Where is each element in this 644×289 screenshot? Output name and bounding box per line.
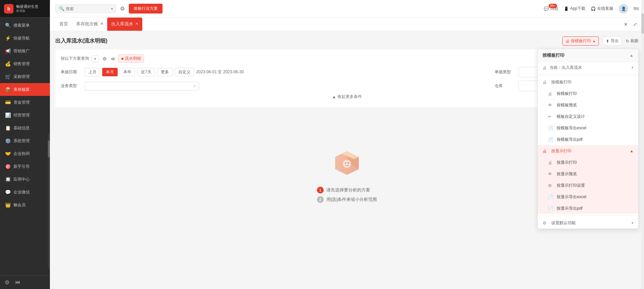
- sidebar-item-label-3: 采购管理: [13, 74, 30, 80]
- template-print-section-header[interactable]: 🖨 按模板打印: [538, 76, 638, 88]
- collapse-sidebar-icon[interactable]: ⏮: [15, 279, 20, 286]
- current-doc-icon: 🖨: [543, 65, 547, 70]
- filter-date-range: 2023-06-01 至 2023-06-30: [196, 69, 244, 75]
- template-export-excel-item[interactable]: 📄 按模板导出excel: [538, 122, 638, 134]
- svg-point-5: [345, 162, 346, 164]
- biz-type-label: 业务类型: [61, 83, 79, 89]
- page-scrollbar[interactable]: [641, 0, 644, 289]
- sidebar-item-label-5: 资金管理: [13, 100, 30, 105]
- apps-icon: 🔲: [5, 176, 11, 182]
- page-actions: 🖨 按模板打印 ▲ ⬆ 导出 ↻ 刷新 按模板打印: [562, 36, 639, 46]
- date-btn-last-month[interactable]: 上月: [85, 68, 100, 76]
- filter-tag-dot: [121, 58, 123, 60]
- topbar-search-box[interactable]: 🔍 ▾: [55, 4, 116, 13]
- display-preview-item[interactable]: 👁 按显示预览: [538, 168, 638, 180]
- display-print-section-header[interactable]: 🖨 按显示打印 ▲: [538, 145, 638, 157]
- tabbar-actions: ✕ ⤢: [622, 21, 639, 28]
- sidebar-item-apps[interactable]: 🔲 应用中心: [0, 173, 50, 186]
- export-icon: ⬆: [606, 39, 609, 44]
- sidebar-item-member[interactable]: 👑 畅会员: [0, 199, 50, 211]
- biz-type-select[interactable]: ▾: [85, 82, 199, 90]
- display-preview-icon: 👁: [548, 171, 554, 177]
- tab-batch-account[interactable]: 库存批次账 ✕: [72, 18, 107, 31]
- set-default-label: 设置默认功能: [551, 220, 629, 226]
- tab-inout-flow[interactable]: 出入库流水 ✕: [107, 18, 142, 31]
- page-scrollbar-thumb[interactable]: [641, 14, 644, 34]
- user-avatar[interactable]: 👤: [619, 4, 628, 14]
- template-print-item[interactable]: 🖨 按模板打印: [538, 88, 638, 99]
- basic-icon: 📋: [5, 125, 11, 131]
- svg-point-6: [348, 162, 349, 164]
- date-btn-this-month[interactable]: 本月: [102, 68, 118, 76]
- topbar-app-download[interactable]: 📱 App下载: [564, 6, 585, 11]
- date-btn-this-year[interactable]: 本年: [120, 68, 135, 76]
- template-export-pdf-item[interactable]: 📄 按模板导出pdf: [538, 134, 638, 145]
- step-2-label: 用[选]条件来缩小分析范围: [326, 196, 377, 203]
- sidebar-item-search[interactable]: 🔍 搜索菜单: [0, 19, 50, 32]
- sidebar-item-operations[interactable]: 📊 经营管理: [0, 109, 50, 122]
- sidebar-item-basic[interactable]: 📋 基础信息: [0, 122, 50, 134]
- print-template-label: 按模板打印: [571, 38, 591, 44]
- sidebar-item-inventory[interactable]: 📦 库存核算: [0, 83, 50, 96]
- page-title: 出入库流水(流水明细): [55, 37, 108, 45]
- display-preview-label: 按显示预览: [557, 171, 577, 177]
- tab-batch-account-close[interactable]: ✕: [100, 22, 103, 26]
- date-btn-custom[interactable]: 自定义: [175, 68, 194, 76]
- filter-add-btn[interactable]: +: [92, 55, 98, 62]
- sidebar-item-label-2: 销售管理: [13, 61, 30, 67]
- set-default-section-header[interactable]: ⚙ 设置默认功能 ▾: [538, 217, 638, 229]
- system-icon: ⚙️: [5, 138, 11, 144]
- tab-home[interactable]: 首页: [55, 18, 72, 31]
- topbar-settings-icon[interactable]: ⚙: [120, 5, 125, 12]
- quick-nav-icon: ⚡: [5, 35, 11, 41]
- filter-collapse-icon[interactable]: ≪: [111, 56, 116, 61]
- refresh-label: 刷新: [631, 38, 639, 44]
- sidebar-item-finance[interactable]: 💳 资金管理: [0, 96, 50, 109]
- dropdown-current-section[interactable]: 🖨 当前：出入库流水 ▾: [538, 62, 638, 73]
- display-export-excel-icon: 📄: [548, 194, 554, 200]
- sidebar-item-marketing[interactable]: 📢 营销推广: [0, 45, 50, 57]
- step-2-number: 2: [317, 196, 324, 203]
- display-export-pdf-item[interactable]: 📄 按显示导出pdf: [538, 203, 638, 214]
- filter-title: 按以下方案查询: [61, 56, 89, 61]
- date-btn-7days[interactable]: 近7天: [137, 68, 155, 76]
- tab-home-label: 首页: [59, 21, 68, 27]
- sidebar-nav: 🔍 搜索菜单 ⚡ 快捷导航 📢 营销推广 💰 销售管理 🛒 采购管理 📦 库存核…: [0, 18, 50, 275]
- search-magnifier-icon: 🔍: [59, 6, 64, 11]
- dropdown-chevron-up-icon[interactable]: ▲: [630, 53, 634, 58]
- template-print-label: 按模板打印: [557, 91, 577, 97]
- sidebar-item-guide[interactable]: 🎯 新手引导: [0, 160, 50, 173]
- template-custom-item[interactable]: ✏ 模板自定义设计: [538, 111, 638, 122]
- sidebar-item-sales[interactable]: 💰 销售管理: [0, 57, 50, 70]
- topbar-msg-btn[interactable]: 💬 消息 99+: [544, 6, 558, 11]
- tab-close-btn[interactable]: ✕: [622, 21, 629, 28]
- topbar-search-chevron-icon[interactable]: ▾: [111, 6, 113, 11]
- filter-tag: 流水明细: [118, 54, 144, 63]
- display-print-item[interactable]: 🖨 按显示打印: [538, 157, 638, 168]
- sidebar-item-system[interactable]: ⚙️ 系统管理: [0, 134, 50, 147]
- print-template-btn[interactable]: 🖨 按模板打印 ▲: [562, 36, 599, 46]
- tab-inout-flow-close[interactable]: ✕: [135, 22, 138, 26]
- sidebar-item-wechat[interactable]: 💬 企业微信: [0, 186, 50, 199]
- sidebar-bottom: ⚙ ⏮: [0, 275, 50, 289]
- settings-bottom-icon[interactable]: ⚙: [5, 279, 9, 286]
- filter-settings-btn[interactable]: ⚙: [101, 55, 108, 62]
- sidebar-item-quick-nav[interactable]: ⚡ 快捷导航: [0, 32, 50, 45]
- refresh-btn[interactable]: ↻ 刷新: [626, 38, 639, 44]
- template-preview-icon: 👁: [548, 102, 554, 108]
- display-export-excel-item[interactable]: 📄 按显示导出excel: [538, 191, 638, 203]
- display-print-settings-item[interactable]: ⚙ 按显示打印设置: [538, 180, 638, 191]
- topbar-online-service[interactable]: 🎧 在线客服: [591, 6, 613, 11]
- tab-expand-btn[interactable]: ⤢: [632, 21, 639, 28]
- page-header: 出入库流水(流水明细) 🖨 按模板打印 ▲ ⬆ 导出 ↻ 刷新: [55, 36, 639, 46]
- sidebar-item-corp[interactable]: 🤝 企业协同: [0, 147, 50, 160]
- sidebar-item-purchase[interactable]: 🛒 采购管理: [0, 70, 50, 83]
- export-btn[interactable]: ⬆ 导出: [603, 36, 622, 46]
- trial-btn[interactable]: 体验行业方案: [129, 4, 163, 14]
- sidebar-item-label-10: 新手引导: [13, 164, 30, 169]
- date-btn-more[interactable]: 更多: [157, 68, 173, 76]
- topbar-search-input[interactable]: [66, 6, 110, 11]
- template-preview-item[interactable]: 👁 按模板预览: [538, 99, 638, 111]
- sidebar-item-label-4: 库存核算: [13, 87, 30, 93]
- printer-icon: 🖨: [565, 39, 569, 44]
